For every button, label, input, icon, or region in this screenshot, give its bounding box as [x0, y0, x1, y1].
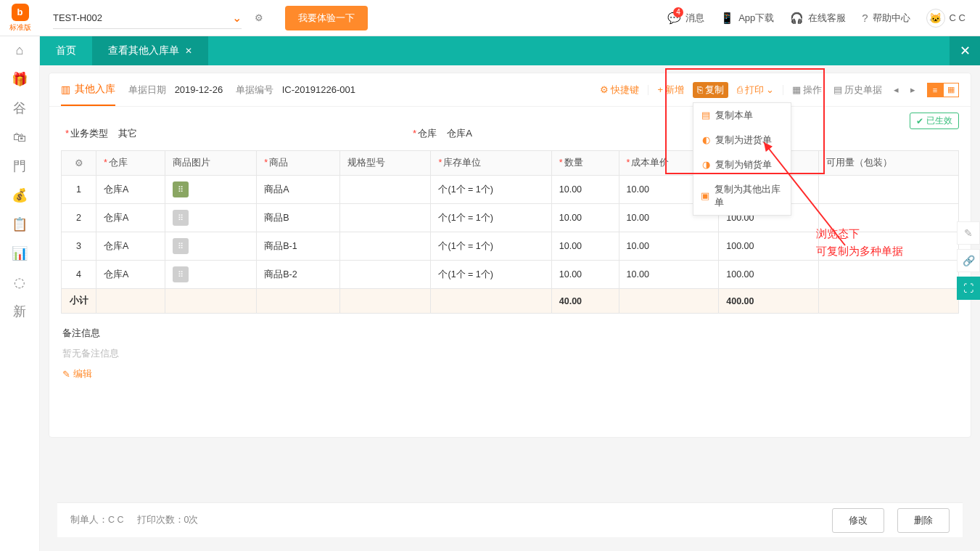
nav-clipboard-icon[interactable]: 📋 [12, 216, 28, 232]
nav-new-icon[interactable]: 新 [12, 303, 28, 319]
check-icon: ✔ [916, 116, 923, 126]
copy-sales-item[interactable]: ◑复制为销货单 [693, 152, 791, 177]
table-row[interactable]: 1仓库A⠿商品A个(1个 = 1个)10.0010.00100.00 [62, 176, 959, 204]
help-icon: ? [862, 12, 868, 24]
cell-amount: 100.00 [719, 232, 819, 261]
product-image-icon: ⠿ [173, 210, 189, 226]
warehouse-label: 仓库 [418, 128, 437, 139]
product-image-icon: ⠿ [173, 266, 189, 282]
document-type-tab[interactable]: ▥ 其他入库 [61, 73, 115, 106]
creator-info: 制单人：C C [70, 514, 124, 526]
nav-home-icon[interactable]: ⌂ [12, 42, 28, 58]
edit-remarks-button[interactable]: ✎编辑 [62, 367, 958, 380]
logo-icon: b [12, 4, 29, 21]
nav-report-icon[interactable]: 📊 [12, 245, 28, 261]
next-button[interactable]: ▸ [907, 83, 918, 97]
cell-available [818, 232, 958, 261]
doc-icon: ▤ [701, 110, 711, 121]
nav-house-icon[interactable]: ⾕ [12, 100, 28, 116]
cell-qty: 10.00 [551, 261, 619, 289]
ops-button[interactable]: ▦操作 [789, 82, 825, 98]
add-label: 新增 [665, 83, 684, 97]
app-download-link[interactable]: 📱 App下载 [720, 12, 774, 25]
copy-label: 复制 [705, 83, 724, 97]
ops-label: 操作 [803, 83, 822, 97]
cell-product: 商品B-2 [257, 261, 340, 289]
shortcut-button[interactable]: ⚙快捷键 [597, 82, 642, 98]
message-badge: 4 [673, 7, 683, 17]
list-view-button[interactable]: ≡ [927, 83, 943, 97]
cell-product: 商品B [257, 204, 340, 232]
copy-purchase-item[interactable]: ◐复制为进货单 [693, 128, 791, 152]
help-center-link[interactable]: ? 帮助中心 [862, 12, 910, 25]
subtotal-amount: 400.00 [719, 289, 819, 314]
nav-bag-icon[interactable]: 🛍 [12, 129, 28, 145]
online-service-link[interactable]: 🎧 在线客服 [790, 12, 846, 25]
nav-refresh-icon[interactable]: ◌ [12, 274, 28, 290]
close-icon[interactable]: ✕ [185, 46, 192, 56]
nav-warehouse-icon[interactable]: ⾨ [12, 158, 28, 174]
tool-expand-icon[interactable]: ⛶ [957, 277, 980, 300]
tab-home[interactable]: 首页 [40, 36, 92, 65]
copy-dropdown: ▤复制本单 ◐复制为进货单 ◑复制为销货单 ▣复制为其他出库单 [693, 102, 791, 216]
subtotal-row: 小计40.00400.00 [62, 289, 959, 314]
logo[interactable]: b 标准版 [0, 4, 40, 33]
table-row[interactable]: 4仓库A⠿商品B-2个(1个 = 1个)10.0010.00100.00 [62, 261, 959, 289]
outbound-icon: ▣ [701, 190, 710, 201]
cell-spec [339, 261, 431, 289]
nav-money-icon[interactable]: 💰 [12, 187, 28, 203]
cell-spec [339, 176, 431, 204]
copy-sales-label: 复制为销货单 [715, 158, 772, 171]
cell-available [818, 261, 958, 289]
tool-note-icon[interactable]: ✎ [957, 221, 980, 245]
col-product: *商品 [257, 151, 340, 176]
prev-button[interactable]: ◂ [891, 83, 902, 97]
print-button[interactable]: ⎙打印 ⌄ [734, 82, 777, 98]
remarks-placeholder: 暂无备注信息 [62, 347, 958, 360]
tool-link-icon[interactable]: 🔗 [957, 249, 980, 272]
cell-warehouse: 仓库A [96, 261, 165, 289]
view-toggle: ≡ ▦ [927, 83, 959, 97]
purchase-icon: ◐ [701, 134, 711, 145]
print-icon: ⎙ [737, 84, 743, 95]
cell-spec [339, 232, 431, 261]
cell-image: ⠿ [165, 261, 257, 289]
modify-button[interactable]: 修改 [832, 508, 884, 533]
cell-cost: 10.00 [619, 261, 719, 289]
table-row[interactable]: 3仓库A⠿商品B-1个(1个 = 1个)10.0010.00100.00 [62, 232, 959, 261]
add-button[interactable]: +新增 [654, 82, 687, 98]
date-label: 单据日期 [128, 84, 166, 95]
history-icon: ▤ [833, 84, 842, 95]
col-available: 可用量（包装） [818, 151, 958, 176]
doc-code: 单据编号 IC-20191226-001 [236, 83, 355, 97]
copy-button[interactable]: ⎘复制 [693, 82, 728, 98]
history-button[interactable]: ▤历史单据 [831, 82, 885, 98]
table-gear-header[interactable]: ⚙ [62, 151, 96, 176]
close-all-tabs[interactable]: ✕ [950, 36, 980, 65]
copy-purchase-label: 复制为进货单 [715, 134, 772, 147]
gear-icon[interactable]: ⚙ [255, 12, 263, 23]
right-tools: ✎ 🔗 ⛶ [957, 221, 980, 300]
subtotal-qty: 40.00 [551, 289, 619, 314]
company-select[interactable]: TEST-H002 ⌄ [53, 7, 242, 29]
table-row[interactable]: 2仓库A⠿商品B个(1个 = 1个)10.0010.00100.00 [62, 204, 959, 232]
code-value: IC-20191226-001 [282, 84, 355, 95]
doc-icon: ▥ [61, 83, 70, 95]
copy-this-item[interactable]: ▤复制本单 [693, 103, 791, 128]
col-spec: 规格型号 [339, 151, 431, 176]
messages-link[interactable]: 💬 消息 4 [667, 12, 704, 25]
copy-other-out-item[interactable]: ▣复制为其他出库单 [693, 177, 791, 215]
product-image-icon: ⠿ [173, 238, 189, 254]
cell-qty: 10.00 [551, 176, 619, 204]
card-view-button[interactable]: ▦ [943, 83, 959, 97]
delete-button[interactable]: 删除 [897, 508, 950, 533]
status-label: 已生效 [926, 115, 952, 127]
cell-unit: 个(1个 = 1个) [431, 204, 551, 232]
nav-gift-icon[interactable]: 🎁 [12, 71, 28, 87]
try-button[interactable]: 我要体验一下 [285, 6, 368, 30]
warehouse-value: 仓库A [447, 127, 472, 140]
user-menu[interactable]: 🐱 C C [926, 9, 965, 28]
tab-detail[interactable]: 查看其他入库单 ✕ [92, 36, 208, 65]
tab-detail-label: 查看其他入库单 [108, 44, 179, 57]
app-download-label: App下载 [738, 12, 774, 25]
